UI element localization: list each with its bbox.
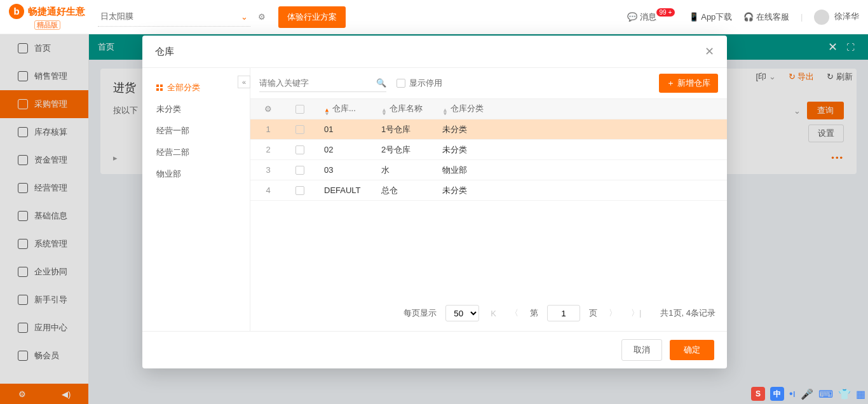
ime-apps-icon[interactable]: ▦ [856,388,865,400]
ime-skin-icon[interactable]: 👕 [838,388,851,400]
per-page-select[interactable]: 50 [445,305,479,321]
company-name: 日太阳膜 [100,11,133,22]
brand-logo-icon: b [9,4,24,19]
show-disabled-checkbox[interactable]: 显示停用 [397,77,442,89]
modal-footer: 取消 确定 [142,332,727,368]
header-code[interactable]: ▲▼仓库... [318,103,375,115]
row-checkbox[interactable] [286,165,318,175]
chevron-down-icon: ⌄ [241,12,248,22]
tree-node-uncategorized[interactable]: 未分类 [142,98,250,120]
table-row[interactable]: 3 03 水 物业部 [250,160,727,180]
plus-icon: ＋ [667,77,675,89]
row-checkbox[interactable] [286,145,318,155]
page-next-button[interactable]: 〉 [606,307,620,319]
search-icon[interactable]: 🔍 [376,78,386,88]
tree-root[interactable]: 全部分类 [142,77,250,98]
customer-service-link[interactable]: 🎧 在线客服 [743,11,789,23]
page-first-button[interactable]: K [488,309,499,318]
category-tree: « 全部分类 未分类 经营一部 经营二部 物业部 [142,68,250,331]
grid-icon [156,84,163,91]
checkbox-icon [397,79,405,88]
ime-lang-icon[interactable]: 中 [770,387,784,401]
industry-plan-button[interactable]: 体验行业方案 [278,6,346,28]
cancel-button[interactable]: 取消 [621,339,662,361]
modal-title: 仓库 [155,46,174,58]
pager: 每页显示 50 K 〈 第 页 〉 〉| 共1页, 4条记录 [250,295,727,331]
ime-bar: S 中 •ı 🎤 ⌨ 👕 ▦ [751,386,865,401]
page-input[interactable] [547,305,580,321]
ime-sogou-icon[interactable]: S [751,387,765,401]
brand-edition: 精品版 [34,20,60,29]
search-input[interactable] [259,78,376,88]
header-gear[interactable]: ⚙ [250,104,286,114]
user-menu[interactable]: 徐泽华 [814,10,859,25]
page-prev-button[interactable]: 〈 [508,307,521,319]
warehouse-modal: 仓库 ✕ « 全部分类 未分类 经营一部 经营二部 物业部 🔍 显示停用 [142,36,727,368]
tree-collapse-button[interactable]: « [238,76,250,88]
brand-name: 畅捷通好生意 [28,6,85,17]
header-name[interactable]: ▲▼仓库名称 [375,103,436,115]
modal-close-button[interactable]: ✕ [705,44,714,58]
settings-gear-icon[interactable]: ⚙ [258,12,266,22]
ime-keyboard-icon[interactable]: ⌨ [818,388,833,400]
message-icon: 💬 [627,12,637,22]
headset-icon: 🎧 [743,12,754,22]
app-download-link[interactable]: 📱 App下载 [689,11,732,23]
table-header: ⚙ ▲▼仓库... ▲▼仓库名称 ▲▼仓库分类 [250,99,727,119]
company-select[interactable]: 日太阳膜 ⌄ [98,8,250,27]
top-bar: b 畅捷通好生意 精品版 日太阳膜 ⌄ ⚙ 体验行业方案 💬 消息 99 + 📱… [0,0,868,34]
modal-toolbar: 🔍 显示停用 ＋ 新增仓库 [250,68,727,98]
page-last-button[interactable]: 〉| [628,307,644,319]
phone-icon: 📱 [689,12,699,22]
tree-node-dept1[interactable]: 经营一部 [142,120,250,142]
table-row[interactable]: 2 02 2号仓库 未分类 [250,140,727,160]
pager-summary: 共1页, 4条记录 [660,307,715,319]
top-right-group: 💬 消息 99 + 📱 App下载 🎧 在线客服 | 徐泽华 [627,10,859,25]
ime-mic-icon[interactable]: 🎤 [801,388,813,400]
header-checkbox[interactable] [286,104,318,114]
modal-right-panel: 🔍 显示停用 ＋ 新增仓库 ⚙ ▲▼仓库... ▲▼仓库名称 ▲▼仓库分类 [250,68,727,331]
add-warehouse-button[interactable]: ＋ 新增仓库 [659,74,718,93]
row-checkbox[interactable] [286,185,318,196]
tree-node-dept2[interactable]: 经营二部 [142,142,250,163]
search-input-wrap: 🔍 [259,74,386,92]
header-category[interactable]: ▲▼仓库分类 [436,103,727,115]
ime-punct-icon[interactable]: •ı [789,388,796,400]
avatar-icon [814,10,829,25]
row-checkbox[interactable] [286,125,318,135]
table-row[interactable]: 4 DEFAULT 总仓 未分类 [250,180,727,201]
per-page-label: 每页显示 [403,307,437,319]
tree-node-property[interactable]: 物业部 [142,163,250,185]
messages-link[interactable]: 💬 消息 99 + [627,11,677,23]
messages-badge: 99 + [656,8,675,17]
warehouse-table: ⚙ ▲▼仓库... ▲▼仓库名称 ▲▼仓库分类 1 01 1号仓库 未分类 2 … [250,98,727,201]
table-row[interactable]: 1 01 1号仓库 未分类 [250,119,727,140]
modal-header: 仓库 ✕ [142,36,727,67]
brand: b 畅捷通好生意 精品版 [9,4,85,29]
ok-button[interactable]: 确定 [670,340,714,360]
